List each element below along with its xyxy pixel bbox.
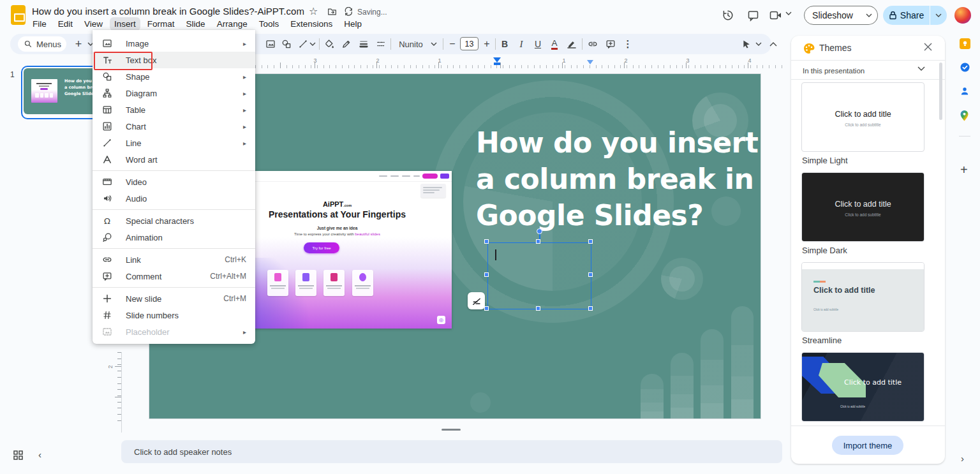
star-icon[interactable]: ☆ [309,5,318,17]
insert-menu-item-word-art[interactable]: Word art [93,151,255,168]
menubar-item-edit[interactable]: Edit [54,17,77,31]
insert-menu-item-image[interactable]: Image▸ [93,35,255,52]
resize-handle-n[interactable] [536,239,540,244]
maps-icon[interactable] [960,110,969,121]
insert-image-icon[interactable] [263,34,278,54]
text-color-button[interactable]: A [547,34,561,54]
add-slide-button[interactable]: + [71,34,85,54]
menubar-item-format[interactable]: Format [143,17,179,31]
move-to-folder-icon[interactable] [327,7,338,17]
share-dropdown-button[interactable] [930,6,947,25]
insert-shape-icon[interactable] [279,34,294,54]
insert-menu-item-link[interactable]: LinkCtrl+K [93,251,255,268]
menubar-item-tools[interactable]: Tools [255,17,284,31]
theme-card[interactable]: Click to add title Click to add subtitle [801,352,924,422]
get-addons-icon[interactable]: + [960,163,968,177]
tasks-icon[interactable] [960,62,970,73]
font-dropdown-icon[interactable] [429,34,439,54]
insert-menu-item-new-slide[interactable]: New slideCtrl+M [93,290,255,307]
image-icon [102,38,112,48]
embedded-website-image[interactable]: AiPPT.com Presentations at Your Fingerti… [223,171,452,329]
insert-menu-item-animation[interactable]: Animation [93,229,255,246]
resize-handle-w[interactable] [484,272,489,277]
resize-handle-se[interactable] [588,306,593,311]
insert-menu-item-special-characters[interactable]: ΩSpecial characters [93,212,255,229]
insert-menu-item-diagram[interactable]: Diagram▸ [93,85,255,101]
insert-menu-item-text-box[interactable]: Text box [93,52,255,68]
resize-handle-sw[interactable] [484,306,489,311]
underline-button[interactable]: U [531,34,545,54]
menubar-item-file[interactable]: File [28,17,51,31]
slideshow-button[interactable]: Slideshow [804,6,861,25]
border-color-icon[interactable] [338,34,355,54]
border-weight-icon[interactable] [355,34,372,54]
slideshow-dropdown-button[interactable] [861,6,878,25]
section-chevron-down-icon[interactable] [917,66,925,71]
menubar-item-arrange[interactable]: Arrange [212,17,252,31]
increase-font-button[interactable]: + [481,34,493,54]
menus-search-button[interactable]: Menus [18,36,66,52]
resize-handle-nw[interactable] [484,239,489,244]
highlight-color-icon[interactable] [564,34,579,54]
resize-handle-e[interactable] [588,272,593,277]
insert-link-icon[interactable] [584,34,601,54]
font-size-input[interactable]: 13 [460,37,479,50]
close-icon[interactable] [924,43,932,51]
theme-card-simple-dark[interactable]: Click to add title Click to add subtitle [801,172,924,242]
indent-marker-right[interactable] [587,60,593,64]
italic-button[interactable]: I [514,34,528,54]
line-dropdown-icon[interactable] [308,34,317,54]
select-tool-dropdown-icon[interactable] [754,34,763,54]
theme-card-streamline[interactable]: Click to add title Click to add subtitle [801,262,924,332]
insert-menu-item-table[interactable]: Table▸ [93,101,255,118]
menubar-item-help[interactable]: Help [339,17,366,31]
rotation-handle[interactable] [537,228,542,234]
insert-menu-item-comment[interactable]: CommentCtrl+Alt+M [93,268,255,285]
resize-handle-ne[interactable] [588,239,593,244]
bold-button[interactable]: B [498,34,512,54]
keep-icon[interactable] [960,38,970,49]
insert-menu-item-line[interactable]: Line▸ [93,135,255,151]
theme-card-simple-light[interactable]: Click to add title Click to add subtitle [801,82,924,152]
version-history-icon[interactable] [720,8,736,23]
insert-menu-item-video[interactable]: Video [93,174,255,190]
grid-view-icon[interactable] [13,450,24,461]
meet-camera-icon[interactable] [768,8,783,23]
notes-resize-handle[interactable] [442,429,461,431]
document-title[interactable]: How do you insert a column break in Goog… [32,6,304,17]
floating-pen-button[interactable] [468,292,485,309]
fill-color-icon[interactable] [321,34,338,54]
expand-sidebar-icon[interactable]: › [961,453,964,464]
menu-item-label: Shape [126,72,150,82]
add-comment-icon[interactable] [602,34,619,54]
border-dash-icon[interactable] [373,34,389,54]
insert-menu-item-slide-numbers[interactable]: Slide numbers [93,307,255,323]
comment-icon [102,271,112,281]
menubar-item-extensions[interactable]: Extensions [286,17,337,31]
meet-dropdown-icon[interactable] [785,11,792,15]
insert-menu-item-audio[interactable]: Audio [93,190,255,207]
cloud-sync-icon[interactable] [344,7,353,17]
insert-menu-item-shape[interactable]: Shape▸ [93,68,255,85]
menubar-item-slide[interactable]: Slide [182,17,210,31]
decrease-font-button[interactable]: − [447,34,458,54]
speaker-notes[interactable]: Click to add speaker notes [121,440,782,463]
contacts-icon[interactable] [960,86,970,96]
comments-icon[interactable] [745,8,761,23]
insert-menu-item-chart[interactable]: Chart▸ [93,118,255,135]
resize-handle-s[interactable] [536,306,540,311]
collapse-toolbar-icon[interactable] [767,34,780,54]
indent-marker-left-bar[interactable] [494,63,500,65]
avatar[interactable] [954,7,971,24]
import-theme-button[interactable]: Import theme [832,436,903,455]
menu-divider [93,209,255,210]
more-options-icon[interactable]: ⋮ [621,34,634,54]
menubar-item-view[interactable]: View [80,17,107,31]
collapse-filmstrip-icon[interactable]: ‹ [38,449,41,460]
selected-text-box[interactable] [487,242,591,309]
select-tool-icon[interactable] [739,34,754,54]
indent-marker-left[interactable] [493,57,501,63]
share-button[interactable]: Share [883,6,930,25]
menubar-item-insert[interactable]: Insert [110,17,140,31]
font-family-select[interactable]: Nunito [394,34,427,54]
